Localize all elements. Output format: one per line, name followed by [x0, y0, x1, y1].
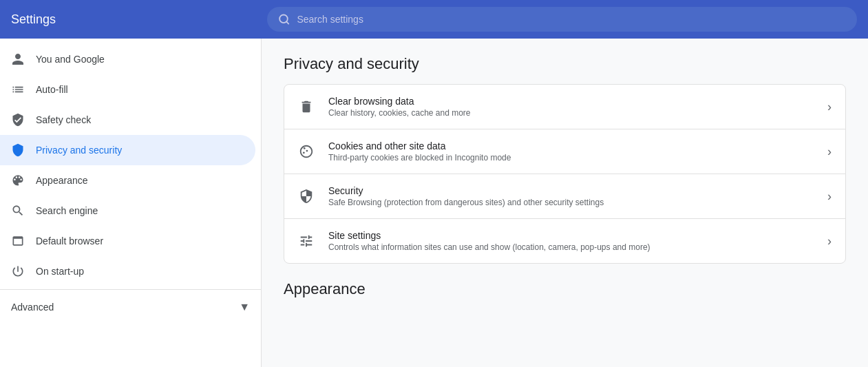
cookies-title: Cookies and other site data	[328, 140, 814, 151]
main-layout: You and Google Auto-fill Safety check Pr…	[0, 39, 868, 367]
security-desc: Safe Browsing (protection from dangerous…	[328, 198, 814, 207]
sidebar-item-appearance[interactable]: Appearance	[0, 165, 255, 196]
clear-browsing-data-title: Clear browsing data	[328, 96, 814, 107]
sidebar-item-auto-fill[interactable]: Auto-fill	[0, 74, 255, 105]
card-item-site-settings[interactable]: Site settings Controls what information …	[284, 219, 845, 263]
palette-icon	[11, 174, 25, 187]
sidebar-advanced[interactable]: Advanced ▼	[0, 293, 261, 322]
sidebar-label-default-browser: Default browser	[36, 235, 103, 247]
appearance-section-title: Appearance	[284, 280, 846, 298]
trash-icon	[298, 98, 315, 115]
site-settings-title: Site settings	[328, 230, 814, 241]
shield-check-icon	[11, 113, 25, 127]
sidebar-label-auto-fill: Auto-fill	[36, 84, 68, 95]
cookie-icon	[298, 143, 315, 160]
privacy-section: Privacy and security Clear browsing data…	[284, 55, 846, 264]
shield-blue-icon	[11, 143, 25, 157]
svg-point-2	[304, 147, 306, 149]
card-item-cookies[interactable]: Cookies and other site data Third-party …	[284, 129, 845, 174]
sidebar-item-default-browser[interactable]: Default browser	[0, 226, 255, 256]
svg-line-1	[286, 21, 288, 23]
sidebar-item-on-startup[interactable]: On start-up	[0, 256, 255, 286]
chevron-right-icon-3: ›	[827, 189, 832, 204]
sidebar-label-privacy-and-security: Privacy and security	[36, 145, 122, 156]
chevron-right-icon-1: ›	[827, 100, 832, 114]
sliders-icon	[298, 233, 315, 249]
sidebar-item-safety-check[interactable]: Safety check	[0, 105, 255, 135]
power-icon	[11, 264, 25, 278]
browser-icon	[11, 234, 25, 248]
cookies-desc: Third-party cookies are blocked in Incog…	[328, 153, 814, 162]
security-shield-icon	[298, 188, 315, 205]
sidebar-label-you-and-google: You and Google	[36, 54, 105, 65]
sidebar-item-privacy-and-security[interactable]: Privacy and security	[0, 135, 255, 165]
cookies-text: Cookies and other site data Third-party …	[328, 140, 814, 162]
header: Settings	[0, 0, 868, 39]
clear-browsing-data-text: Clear browsing data Clear history, cooki…	[328, 96, 814, 118]
svg-point-4	[303, 151, 305, 154]
app-title: Settings	[11, 12, 259, 27]
security-text: Security Safe Browsing (protection from …	[328, 185, 814, 207]
sidebar: You and Google Auto-fill Safety check Pr…	[0, 39, 262, 367]
advanced-label: Advanced	[11, 302, 233, 313]
sidebar-label-appearance: Appearance	[36, 175, 88, 186]
chevron-right-icon-4: ›	[827, 234, 832, 249]
security-title: Security	[328, 185, 814, 196]
chevron-down-icon: ▼	[239, 301, 250, 313]
list-icon	[11, 83, 25, 96]
clear-browsing-data-desc: Clear history, cookies, cache and more	[328, 108, 814, 118]
sidebar-divider	[0, 289, 261, 290]
person-icon	[11, 52, 25, 66]
search-icon	[278, 13, 290, 25]
sidebar-label-on-startup: On start-up	[36, 266, 84, 277]
site-settings-desc: Controls what information sites can use …	[328, 242, 814, 252]
sidebar-item-you-and-google[interactable]: You and Google	[0, 44, 255, 74]
search-input[interactable]	[297, 14, 846, 25]
sidebar-label-safety-check: Safety check	[36, 114, 91, 125]
content-area: Privacy and security Clear browsing data…	[262, 39, 868, 367]
card-item-security[interactable]: Security Safe Browsing (protection from …	[284, 174, 845, 219]
site-settings-text: Site settings Controls what information …	[328, 230, 814, 252]
search-bar[interactable]	[267, 7, 857, 32]
privacy-card: Clear browsing data Clear history, cooki…	[284, 84, 846, 264]
sidebar-item-search-engine[interactable]: Search engine	[0, 196, 255, 226]
card-item-clear-browsing-data[interactable]: Clear browsing data Clear history, cooki…	[284, 85, 845, 129]
chevron-right-icon-2: ›	[827, 145, 832, 159]
svg-point-3	[306, 150, 308, 152]
search-engine-icon	[11, 204, 25, 218]
privacy-section-title: Privacy and security	[284, 55, 846, 73]
sidebar-label-search-engine: Search engine	[36, 205, 98, 216]
